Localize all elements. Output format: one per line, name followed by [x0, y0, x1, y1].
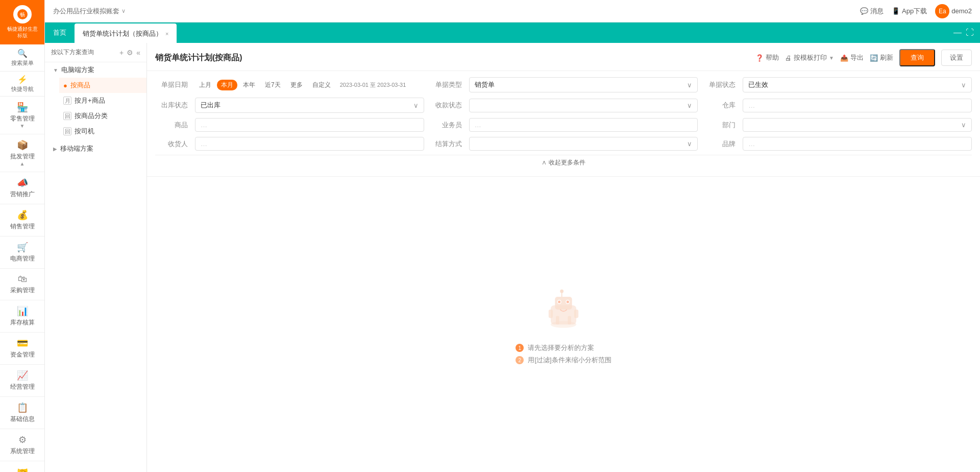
brand-label: 品牌	[703, 139, 740, 149]
sidebar-item-label: 系统管理	[10, 447, 35, 456]
tree-item-by-printer[interactable]: 回 按司机	[59, 124, 146, 139]
doc-status-select[interactable]: 已生效 ∨	[743, 77, 972, 92]
header-right: 💬 消息 📱 App下载 Ea demo2	[860, 4, 972, 18]
salesman-label: 业务员	[429, 121, 466, 130]
industry-chevron[interactable]: ∨	[121, 8, 126, 14]
svg-rect-10	[574, 310, 578, 318]
tab-active-label: 销货单统计计划（按商品）	[83, 29, 162, 38]
sidebar-item-ecom[interactable]: 🛒 电商管理	[0, 237, 44, 269]
nav-label: 快捷导航	[11, 85, 34, 93]
sidebar-item-label: 销售管理	[10, 222, 35, 231]
window-maximize-btn[interactable]: ⛶	[966, 28, 974, 37]
receiver-label: 收货人	[155, 139, 192, 149]
salesman-input[interactable]: …	[469, 118, 698, 132]
tree-item-by-month-product[interactable]: 月 按月+商品	[59, 93, 146, 108]
warehouse-input[interactable]: …	[743, 99, 972, 112]
quick-nav[interactable]: ⚡ 快捷导航	[0, 72, 44, 97]
empty-steps: 1 请先选择要分析的方案 2 用[过滤]条件来缩小分析范围	[516, 343, 611, 365]
settings-btn[interactable]: 设置	[941, 50, 972, 66]
nav-icon: ⚡	[17, 75, 28, 84]
sidebar-item-finance[interactable]: 💳 资金管理	[0, 333, 44, 365]
doc-type-label: 单据类型	[429, 80, 466, 89]
sidebar-item-ops[interactable]: 📈 经营管理	[0, 365, 44, 397]
message-btn[interactable]: 💬 消息	[860, 7, 884, 16]
pc-group-arrow: ▼	[53, 67, 58, 73]
tab-active[interactable]: 销货单统计计划（按商品） ×	[75, 23, 177, 44]
tree-item-by-category[interactable]: 回 按商品分类	[59, 108, 146, 124]
collapse-panel-btn[interactable]: «	[136, 49, 140, 57]
app-subtext: 标版	[17, 32, 28, 39]
help-btn[interactable]: ❓ 帮助	[755, 53, 779, 62]
base-icon: 📋	[17, 402, 28, 413]
date-tab-7days[interactable]: 近7天	[261, 80, 285, 90]
app-logo[interactable]: 畅 畅捷通好生意 标版	[0, 0, 44, 44]
sidebar-item-label: 采购管理	[10, 286, 35, 295]
out-status-select[interactable]: 已出库 ∨	[195, 98, 424, 113]
doc-type-select[interactable]: 销货单 ∨	[469, 77, 698, 92]
date-tab-custom[interactable]: 自定义	[308, 80, 335, 90]
recv-status-select[interactable]: ∨	[469, 99, 698, 112]
tab-home[interactable]: 首页	[45, 22, 75, 43]
out-status-label: 出库状态	[155, 101, 192, 110]
collapse-label: ∧ 收起更多条件	[542, 159, 585, 166]
collapse-bar[interactable]: ∧ 收起更多条件	[155, 155, 972, 170]
tree-item-by-category-label: 按商品分类	[75, 111, 108, 121]
filter-brand: 品牌 …	[703, 137, 972, 151]
tree-group-pc[interactable]: ▼ 电脑端方案	[45, 62, 146, 78]
download-icon: 📱	[892, 7, 900, 15]
logo-icon: 畅	[13, 5, 32, 23]
sidebar-item-sales[interactable]: 💰 销售管理	[0, 204, 44, 237]
svg-text:畅: 畅	[20, 12, 25, 17]
sidebar-item-enterprise[interactable]: 🤝 企业协同	[0, 461, 44, 472]
sidebar-item-marketing[interactable]: 📣 营销推广	[0, 172, 44, 204]
payment-select[interactable]: ∨	[469, 137, 698, 151]
industry-title: 办公用品行业模拟账套 ∨	[53, 7, 126, 16]
sidebar-item-purchase[interactable]: 🛍 采购管理	[0, 269, 44, 300]
svg-point-7	[558, 301, 560, 303]
settings-scheme-btn[interactable]: ⚙	[127, 49, 133, 57]
date-tab-more[interactable]: 更多	[286, 80, 307, 90]
tree-item-by-month-product-label: 按月+商品	[75, 96, 105, 105]
add-scheme-btn[interactable]: +	[119, 49, 124, 57]
template-print-label: 按模板打印	[794, 53, 827, 62]
app-download-btn[interactable]: 📱 App下载	[892, 7, 927, 16]
receiver-input[interactable]: …	[195, 137, 424, 151]
refresh-label: 刷新	[880, 53, 893, 62]
export-btn[interactable]: 📤 导出	[840, 53, 864, 62]
sidebar-item-wholesale[interactable]: 📦 批发管理 ▲	[0, 134, 44, 172]
date-tabs-group: 上月 本月 本年 近7天 更多 自定义	[195, 80, 335, 90]
sidebar-item-inventory[interactable]: 📊 库存核算	[0, 300, 44, 333]
empty-state: 1 请先选择要分析的方案 2 用[过滤]条件来缩小分析范围	[147, 177, 980, 472]
date-tab-last-month[interactable]: 上月	[195, 80, 215, 90]
empty-step-2: 2 用[过滤]条件来缩小分析范围	[516, 356, 611, 365]
tree-group-mobile[interactable]: ▶ 移动端方案	[45, 141, 146, 156]
by-category-icon: 回	[63, 112, 71, 120]
refresh-btn[interactable]: 🔄 刷新	[870, 53, 893, 62]
filter-date: 单据日期 上月 本月 本年 近7天 更多 自定义 2023-03-01 至 20…	[155, 77, 424, 92]
date-range: 2023-03-01 至 2023-03-31	[340, 81, 406, 89]
marketing-icon: 📣	[17, 177, 28, 188]
date-tab-this-month[interactable]: 本月	[217, 80, 237, 90]
tree-item-by-product[interactable]: ● 按商品	[59, 78, 146, 93]
tab-close-icon[interactable]: ×	[165, 31, 168, 37]
brand-input[interactable]: …	[743, 137, 972, 151]
sidebar-item-label: 电商管理	[10, 254, 35, 263]
ecom-icon: 🛒	[17, 242, 28, 253]
warehouse-label: 仓库	[703, 101, 740, 110]
search-menu[interactable]: 🔍 搜索菜单	[0, 44, 44, 72]
product-input[interactable]: …	[195, 118, 424, 132]
content-area: 按以下方案查询 + ⚙ « ▼ 电脑端方案 ● 按商品 月 按月	[45, 43, 980, 472]
template-print-btn[interactable]: 🖨 按模板打印 ▼	[785, 53, 834, 62]
query-btn[interactable]: 查询	[899, 49, 935, 66]
recv-status-chevron: ∨	[687, 102, 692, 109]
window-minimize-btn[interactable]: —	[953, 28, 962, 37]
user-info[interactable]: Ea demo2	[935, 4, 972, 18]
dept-select[interactable]: ∨	[743, 118, 972, 132]
doc-status-value: 已生效	[748, 80, 768, 89]
sidebar-item-retail[interactable]: 🏪 零售管理 ▼	[0, 97, 44, 134]
sidebar-item-system[interactable]: ⚙ 系统管理	[0, 429, 44, 461]
sidebar-item-base[interactable]: 📋 基础信息	[0, 397, 44, 429]
filter-warehouse: 仓库 …	[703, 98, 972, 113]
page-actions: ❓ 帮助 🖨 按模板打印 ▼ 📤 导出 🔄 刷新	[755, 49, 972, 66]
date-tab-this-year[interactable]: 本年	[239, 80, 259, 90]
